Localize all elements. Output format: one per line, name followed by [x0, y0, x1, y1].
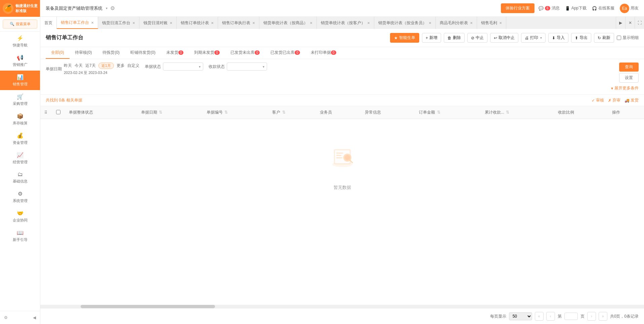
date-option-today[interactable]: 今天 [75, 63, 83, 69]
system-title-arrow[interactable]: ▾ [106, 6, 108, 10]
subtab-overdue-not-shipped[interactable]: 到期未发货0 [189, 47, 225, 59]
last-page-button[interactable]: » [599, 312, 607, 321]
tab-close-sales-workbench[interactable]: ✕ [91, 21, 94, 25]
prev-page-button[interactable]: ‹ [546, 312, 555, 321]
collapse-sidebar-btn[interactable]: ◀ [32, 314, 37, 321]
sort-date-icon[interactable]: ⇅ [159, 110, 162, 115]
tab-sales-by-staff[interactable]: 销货单统计表（按业务员） ✕ [374, 17, 436, 29]
settings-bottom-btn[interactable]: ⚙ [3, 314, 9, 321]
smart-create-button[interactable]: ★ 智能生单 [390, 33, 419, 43]
subtab-shipped-out[interactable]: 已发货已出库0 [265, 47, 305, 59]
cancel-stop-button[interactable]: ↩ 取消中止 [490, 33, 518, 43]
subtab-wangpu-pending[interactable]: 旺铺待发货(0) [125, 47, 161, 59]
tab-sales-stats[interactable]: 销售订单统计表 ✕ [177, 17, 218, 29]
tab-close-cash-reconcile[interactable]: ✕ [170, 21, 172, 25]
sidebar-item-basic[interactable]: 🗂 基础信息 [0, 168, 40, 187]
date-option-7days[interactable]: 近7天 [85, 63, 96, 69]
avatar: Ea [620, 4, 629, 13]
sort-number-icon[interactable]: ⇅ [224, 110, 228, 115]
tab-maximize-btn[interactable]: ⛶ [635, 17, 644, 29]
sidebar-item-quick-nav[interactable]: ⚡ 快捷导航 [0, 32, 40, 51]
cancel-review-btn[interactable]: ✗ 弃审 [608, 97, 620, 103]
tab-scroll-right-btn[interactable]: ▶ [616, 17, 625, 29]
import-button[interactable]: ⬇ 导入 [548, 33, 568, 43]
tab-cash-reconcile[interactable]: 钱货日清对账 ✕ [139, 17, 177, 29]
sort-received-icon[interactable]: ⇅ [506, 110, 509, 115]
message-action[interactable]: 💬 6 消息 [539, 5, 560, 11]
app-download-action[interactable]: 📱 App下载 [565, 5, 587, 11]
tab-close-all-btn[interactable]: ✕ [625, 17, 635, 29]
tab-close-sales-profit[interactable]: ✕ [499, 21, 502, 25]
horizontal-scrollbar[interactable] [40, 305, 644, 308]
scrollbar-thumb[interactable] [81, 305, 215, 308]
sort-customer-icon[interactable]: ⇅ [282, 110, 286, 115]
sidebar-item-finance[interactable]: 💰 资金管理 [0, 129, 40, 149]
first-page-button[interactable]: « [535, 312, 544, 321]
subtab-pending-review[interactable]: 待审核(0) [70, 47, 97, 59]
sort-amount-icon[interactable]: ⇅ [437, 110, 440, 115]
top-settings-icon[interactable]: ⚙ [110, 5, 115, 11]
status-select[interactable] [163, 63, 203, 71]
online-service-action[interactable]: 🎧 在线客服 [592, 5, 614, 11]
print-button[interactable]: 🖨 打印 ▾ [521, 33, 546, 43]
user-info[interactable]: Ea 用友 [620, 4, 639, 13]
page-size-select[interactable]: 50 100 200 [509, 312, 532, 320]
show-detail-checkbox[interactable] [617, 36, 621, 40]
date-option-custom[interactable]: 自定义 [127, 63, 139, 69]
tab-sales-exec[interactable]: 销售订单执行表 ✕ [218, 17, 259, 29]
tab-close-sales-by-customer[interactable]: ✕ [367, 21, 370, 25]
query-button[interactable]: 查询 [619, 63, 639, 72]
sidebar-nav: ⚡ 快捷导航 📢 营销推广 📊 销售管理 🛒 采购管理 📦 库存核算 💰 [0, 32, 40, 311]
review-btn[interactable]: ✓ 审核 [592, 97, 604, 103]
ship-btn[interactable]: 🚚 发货 [625, 97, 639, 103]
sidebar-item-inventory[interactable]: 📦 库存核算 [0, 110, 40, 129]
subtab-pending-inspect[interactable]: 待拣货(0) [97, 47, 125, 59]
operations-icon: 📈 [17, 152, 24, 158]
sidebar-item-guide[interactable]: 📖 新手引导 [0, 226, 40, 246]
tab-close-sales-by-product[interactable]: ✕ [310, 21, 312, 25]
tab-home[interactable]: 首页 [40, 17, 57, 29]
top-bar-actions: 💬 6 消息 📱 App下载 🎧 在线客服 Ea 用友 [539, 4, 639, 13]
refresh-button[interactable]: ↻ 刷新 [594, 33, 614, 43]
expand-filter-button[interactable]: ▾ 展开更多条件 [611, 85, 639, 91]
current-page-input[interactable]: 1 [564, 313, 578, 320]
payment-select[interactable] [227, 63, 267, 71]
industry-solution-button[interactable]: 体验行业方案 [501, 3, 534, 13]
next-page-button[interactable]: › [587, 312, 596, 321]
tab-sales-by-customer[interactable]: 销货单统计表（按客户） ✕ [317, 17, 374, 29]
date-option-1month[interactable]: 近1月 [98, 63, 114, 69]
sidebar-item-purchase[interactable]: 🛒 采购管理 [0, 90, 40, 110]
subtab-shipped-not-out[interactable]: 已发货未出库0 [225, 47, 265, 59]
date-option-yesterday[interactable]: 昨天 [64, 63, 72, 69]
tab-close-sales-by-staff[interactable]: ✕ [429, 21, 431, 25]
subtab-not-printed[interactable]: 未打印单据0 [305, 47, 342, 59]
sidebar-item-operations[interactable]: 📈 经营管理 [0, 149, 40, 168]
set-filter-button[interactable]: 设置 [619, 73, 639, 83]
select-all-checkbox[interactable] [56, 110, 60, 114]
subtab-all[interactable]: 全部(0) [46, 47, 70, 59]
tab-cash-daily[interactable]: 钱货日清工作台 ✕ [98, 17, 139, 29]
sidebar-item-sales[interactable]: 📊 销售管理 [0, 71, 40, 90]
tab-close-cash-daily[interactable]: ✕ [132, 21, 135, 25]
tab-close-gross-profit[interactable]: ✕ [470, 21, 473, 25]
subtab-not-shipped[interactable]: 未发货0 [161, 47, 189, 59]
tab-sales-profit[interactable]: 销售毛利 ✕ [477, 17, 506, 29]
date-option-more[interactable]: 更多 [117, 63, 125, 69]
search-menu-button[interactable]: 🔍 搜索菜单 [3, 19, 37, 29]
tab-close-sales-stats[interactable]: ✕ [211, 21, 214, 25]
sidebar-item-enterprise[interactable]: 🤝 企业协同 [0, 207, 40, 226]
tab-sales-by-product[interactable]: 销货单统计表（按商品） ✕ [259, 17, 317, 29]
show-detail-label[interactable]: 显示明细 [617, 35, 639, 41]
headset-icon: 🎧 [592, 6, 597, 11]
sidebar-item-system[interactable]: ⚙ 系统管理 [0, 187, 40, 207]
page-header: 销售订单工作台 ★ 智能生单 + 新增 🗑 删除 ⊘ [40, 29, 644, 47]
tab-sales-workbench[interactable]: 销售订单工作台 ✕ [57, 17, 98, 29]
tab-gross-profit[interactable]: 商品毛利分析表 ✕ [436, 17, 477, 29]
stop-button[interactable]: ⊘ 中止 [467, 33, 487, 43]
tab-close-sales-exec[interactable]: ✕ [252, 21, 255, 25]
delete-button[interactable]: 🗑 删除 [444, 33, 465, 43]
export-button[interactable]: ⬆ 导出 [571, 33, 591, 43]
add-button[interactable]: + 新增 [422, 33, 441, 43]
sidebar-item-marketing[interactable]: 📢 营销推广 [0, 51, 40, 71]
tab-bar-actions: ▶ ✕ ⛶ [616, 17, 644, 29]
